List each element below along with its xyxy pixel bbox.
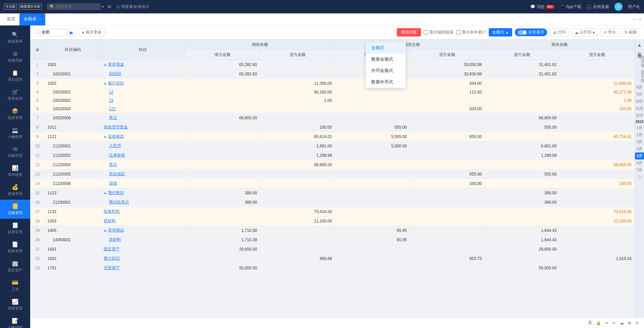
- expand-indicator-icon[interactable]: ▲: [104, 63, 108, 66]
- month-item-2023[interactable]: 2023: [635, 119, 644, 124]
- row-name-link[interactable]: 所在地区: [109, 172, 125, 176]
- row-name-link[interactable]: 往来标签: [109, 153, 125, 157]
- dropdown-item-shulianjine[interactable]: 数量金额式: [366, 54, 406, 65]
- tab-window-close-icon[interactable]: ×: [639, 17, 641, 22]
- row-name-link[interactable]: 无形资产: [104, 265, 120, 270]
- month-item-11月[interactable]: 11月: [635, 105, 644, 112]
- right-panel-scroll-up-icon[interactable]: ▲: [637, 42, 642, 48]
- tab-close-icon[interactable]: ×: [39, 17, 41, 21]
- expand-all-button[interactable]: 全部展开: [515, 28, 547, 36]
- sidebar-item-salary[interactable]: 💳 工资: [0, 276, 30, 295]
- row-name-link[interactable]: 库存现金: [108, 62, 124, 67]
- row-name-link[interactable]: 原材料: [109, 237, 121, 242]
- online-service-action[interactable]: 🎧 在线客服: [587, 4, 609, 10]
- user-avatar[interactable]: U: [614, 3, 623, 11]
- cloud-print-button[interactable]: ☁ 云打印 ▾: [572, 28, 598, 37]
- return-period-button[interactable]: 退回旧版: [397, 28, 421, 37]
- app-download-action[interactable]: 📱 App下载: [560, 4, 581, 10]
- bottom-lock[interactable]: 🔒: [596, 321, 601, 325]
- search-chevron-icon[interactable]: ▾: [102, 4, 104, 9]
- sidebar-item-quicknav[interactable]: ⊞ 快捷导航: [0, 47, 30, 66]
- sidebar-item-assets[interactable]: 🏢 固定资产: [0, 257, 30, 276]
- bottom-cut[interactable]: ✂: [612, 321, 616, 325]
- sidebar-item-tax[interactable]: 📑 税务管理: [0, 238, 30, 257]
- expand-indicator-icon[interactable]: ▲: [104, 135, 108, 138]
- month-item-10月[interactable]: 10月: [635, 98, 644, 105]
- sidebar-item-purchase[interactable]: 🛍 采购管理: [0, 143, 30, 161]
- mode-button[interactable]: 金额式 ▲: [489, 28, 512, 37]
- sidebar-item-invoice[interactable]: 🧾 发票管理: [0, 219, 30, 238]
- bottom-circle[interactable]: ⊙: [635, 321, 639, 325]
- refresh-button[interactable]: ↻ 刷新: [622, 28, 640, 37]
- month-item-1月[interactable]: 1月: [635, 124, 644, 131]
- row-name-link[interactable]: 原材料: [104, 218, 116, 223]
- sidebar-item-ecommerce[interactable]: 💻 小畅电商: [0, 124, 30, 143]
- month-item-7月[interactable]: 7月: [635, 167, 644, 174]
- bottom-add[interactable]: ⊕: [628, 321, 631, 325]
- month-item-3月[interactable]: 3月: [635, 138, 644, 145]
- table-settings-icon[interactable]: ⚙: [31, 40, 45, 60]
- show-year-total-checkbox[interactable]: 显示本年累计: [456, 29, 486, 35]
- minimize-icon[interactable]: —: [632, 17, 636, 22]
- menu-search[interactable]: 🔍: [47, 3, 101, 10]
- year-total-checkbox-input[interactable]: [456, 30, 461, 35]
- month-item-4月[interactable]: 4月: [635, 145, 644, 152]
- sidebar-item-finance[interactable]: 💰 资金管理: [0, 181, 30, 200]
- expand-indicator-icon[interactable]: ▲: [104, 228, 108, 232]
- sidebar-item-contract[interactable]: 📋 项目合同: [0, 66, 30, 85]
- row-name-link[interactable]: 美元: [109, 162, 117, 167]
- sidebar-item-search[interactable]: 🔍 搜索菜单: [0, 28, 30, 47]
- dropdown-item-jine[interactable]: 金额式: [366, 42, 406, 54]
- month-item-8月[interactable]: 8月: [635, 84, 644, 91]
- tab-home[interactable]: 首页: [3, 13, 19, 25]
- auxiliary-checkbox-input[interactable]: [424, 30, 428, 35]
- account-search-arrow-icon[interactable]: ▶: [70, 30, 73, 35]
- bottom-cloud[interactable]: ☁: [620, 321, 624, 325]
- row-name-link[interactable]: 应收利息: [104, 209, 120, 214]
- settings-icon[interactable]: ⚙: [107, 4, 112, 9]
- right-panel-more-icon[interactable]: ⊙: [638, 174, 642, 180]
- month-item-9月[interactable]: 9月: [635, 91, 644, 98]
- sidebar-item-wholesale[interactable]: 📦 批发管理: [0, 105, 30, 124]
- expand-indicator-icon[interactable]: ▲: [104, 81, 108, 85]
- bottom-edit[interactable]: ✏: [605, 321, 608, 325]
- sidebar-item-inventory[interactable]: 📊 库存核算: [0, 161, 30, 181]
- sidebar-item-reports[interactable]: 📝 小畅报销: [0, 314, 30, 328]
- row-name-link[interactable]: 122: [109, 107, 116, 111]
- dropdown-item-waibijine[interactable]: 外币金额式: [366, 65, 406, 76]
- row-name-link[interactable]: 预付款美元: [109, 200, 129, 204]
- row-name-link[interactable]: 累计折旧: [104, 256, 120, 261]
- account-search-input[interactable]: [42, 30, 68, 35]
- sidebar-item-ledger[interactable]: 📒 总账管理: [0, 200, 30, 219]
- export-button[interactable]: ↗ 导出: [600, 28, 619, 37]
- row-name-link[interactable]: 人民币: [109, 143, 121, 148]
- sidebar-item-retail[interactable]: 🛒 零售管理: [0, 85, 30, 105]
- menu-search-input[interactable]: [56, 4, 96, 9]
- expand-more-btn[interactable]: ▾ 展开更多: [79, 28, 105, 37]
- row-name-link[interactable]: 库存商品: [108, 228, 124, 233]
- period-label[interactable]: 期间选择: [637, 48, 642, 54]
- bottom-lang-toggle[interactable]: 英: [588, 320, 592, 326]
- row-name-link[interactable]: 回回回: [109, 71, 121, 76]
- sidebar-item-operations[interactable]: 📈 经营管理: [0, 295, 30, 314]
- row-name-link[interactable]: 12: [109, 90, 113, 94]
- month-item-6月[interactable]: 6月: [635, 159, 644, 167]
- row-name-link[interactable]: 游戏: [109, 181, 117, 186]
- show-auxiliary-checkbox[interactable]: 显示辅助核算: [424, 29, 453, 35]
- messages-action[interactable]: 💬 消息 99+: [530, 4, 554, 10]
- dropdown-item-shulianwaibi[interactable]: 数量外币式: [366, 76, 406, 88]
- row-name-link[interactable]: 美元: [109, 115, 117, 120]
- row-name-link[interactable]: 银行存款: [108, 81, 124, 85]
- print-button[interactable]: 🖨 打印: [550, 28, 569, 37]
- row-name-link[interactable]: 23: [109, 98, 113, 103]
- month-item-5月[interactable]: 5月: [635, 152, 644, 159]
- row-name-link[interactable]: 其他货币资金: [104, 125, 128, 129]
- expand-indicator-icon[interactable]: ▲: [104, 191, 108, 195]
- month-item-12月[interactable]: 12月: [635, 112, 644, 119]
- row-name-link[interactable]: 预付账款: [108, 190, 124, 195]
- account-search[interactable]: ◁ ▶: [34, 29, 76, 36]
- row-name-link[interactable]: 应收账款: [108, 134, 124, 139]
- demo-link[interactable]: 我要看实例演示: [116, 4, 149, 10]
- row-name-link[interactable]: 固定资产: [104, 247, 120, 251]
- tab-balance[interactable]: 余额表 ×: [19, 13, 45, 25]
